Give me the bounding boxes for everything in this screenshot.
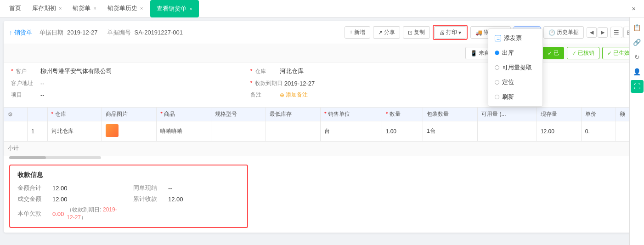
share-button[interactable]: ↗ 分享: [373, 26, 400, 39]
history-button[interactable]: 🕐 历史单据: [543, 26, 584, 39]
row-quantity: 1.00: [382, 121, 423, 142]
tab-inventory-init-close[interactable]: ×: [59, 6, 62, 11]
row-pack-qty: 1台: [423, 121, 478, 142]
print-button[interactable]: 🖨 打印 ▾: [434, 26, 466, 39]
col-sales-unit: 销售单位: [321, 108, 382, 121]
tab-inventory-init[interactable]: 库存期初 ×: [27, 0, 67, 17]
table-scrollbar-thumb[interactable]: [9, 156, 46, 159]
col-quantity: 数量: [382, 108, 423, 121]
add-invoice-icon: ☰: [495, 35, 501, 41]
dropdown-available-extract[interactable]: 可用量提取: [488, 60, 542, 75]
locate-label: 定位: [502, 78, 514, 86]
tab-sales-history-close[interactable]: ×: [140, 6, 143, 11]
table-scrollbar[interactable]: [9, 156, 101, 159]
due-date-value: 2019-12-27: [284, 80, 315, 87]
summary-same-order-label: 同单现结: [133, 184, 165, 192]
warehouse-field: * 仓库 河北仓库: [250, 67, 490, 75]
dropdown-add-invoice[interactable]: ☰ 添发票: [488, 31, 542, 46]
outbound-icon: [495, 50, 499, 57]
settings-icon[interactable]: ⚙: [8, 111, 13, 118]
col-product-img: 商品图片: [102, 108, 157, 121]
doc-meta: 单据日期 2019-12-27 单据编号 SA-20191227-001: [40, 28, 183, 37]
col-min-stock: 最低库存: [266, 108, 321, 121]
warehouse-value: 河北仓库: [280, 67, 304, 75]
tab-sales-order-close[interactable]: ×: [93, 6, 96, 11]
col-available: 可用量 (...: [478, 108, 537, 121]
dropdown-refresh[interactable]: 刷新: [488, 90, 542, 104]
summary-same-order-value: --: [168, 185, 172, 192]
summary-owed-label: 本单欠款: [17, 210, 50, 218]
sidebar-user-icon[interactable]: 👤: [631, 65, 644, 78]
operations-dropdown: ☰ 添发票 出库 可用量提取 定位 刷新: [488, 28, 543, 107]
tab-sales-history[interactable]: 销货单历史 ×: [102, 0, 148, 17]
col-warehouse: 仓库: [47, 108, 102, 121]
copy-button[interactable]: ⊡ 复制: [403, 26, 430, 39]
print-label: 打印: [446, 28, 457, 36]
col-product: 商品: [157, 108, 211, 121]
col-settings[interactable]: ⚙: [4, 108, 28, 121]
confirm-icon: ✓: [548, 50, 552, 57]
summary-deal: 成交金额 12.00: [17, 195, 124, 203]
plus-icon: ⊕: [280, 92, 284, 98]
effect-label: 已生效: [613, 49, 630, 57]
share-label: 分享: [384, 28, 395, 36]
sidebar-link-icon[interactable]: 🔗: [631, 36, 644, 49]
summary-grid: 金额合计 12.00 同单现结 -- 成交金额 12.00 累计收款 12.00…: [17, 184, 240, 222]
dropdown-outbound[interactable]: 出库: [488, 46, 542, 60]
row-min-stock: [266, 121, 321, 142]
right-sidebar: 📋 🔗 ↻ 👤 ⛶: [629, 17, 644, 236]
address-label: 客户地址: [11, 80, 39, 87]
history-icon: 🕐: [548, 29, 555, 36]
due-date-label: * 收款到期日: [250, 80, 282, 87]
col-unit-price: 单价: [581, 108, 616, 121]
print-highlight-box: 🖨 打印 ▾: [433, 25, 468, 40]
summary-total-label: 金额合计: [17, 184, 50, 192]
confirm-button[interactable]: ✓ 已: [542, 47, 564, 59]
tab-sales-history-label: 销货单历史: [107, 4, 137, 12]
tab-view-sales[interactable]: 查看销货单 ×: [150, 0, 198, 17]
available-extract-icon: [495, 64, 499, 71]
list-view-button[interactable]: ☰: [610, 27, 622, 38]
form-area: * 客户 柳州粤港平安气体有限公司 * 仓库 河北仓库 业务员 演示账号: [4, 63, 640, 107]
summary-panel: 收款信息 金额合计 12.00 同单现结 -- 成交金额 12.00 累计收款 …: [9, 165, 248, 228]
col-current-stock: 现存量: [537, 108, 581, 121]
outbound-label: 出库: [502, 49, 514, 57]
effect-icon: ✓: [607, 50, 612, 57]
sidebar-note-icon[interactable]: 📋: [631, 21, 644, 34]
sidebar-refresh-icon[interactable]: ↻: [631, 51, 644, 63]
summary-collected-label: 累计收款: [133, 195, 165, 203]
summary-total-value: 12.00: [52, 185, 68, 192]
dropdown-locate[interactable]: 定位: [488, 75, 542, 90]
available-extract-label: 可用量提取: [502, 63, 532, 72]
table-row: 1 河北仓库 嘻嘻嘻嘻 台 1.00 1台 12.00 0.: [4, 121, 640, 142]
copy-icon: ⊡: [408, 29, 412, 36]
phone-icon: 📱: [470, 50, 477, 57]
col-pack-qty: 包装数量: [423, 108, 478, 121]
tab-view-sales-close[interactable]: ×: [189, 6, 192, 11]
tab-home[interactable]: 首页: [4, 0, 27, 17]
prev-button[interactable]: ◀: [587, 27, 597, 38]
subtotal-label: 小计: [4, 142, 640, 155]
project-field: 项目 --: [11, 91, 250, 99]
row-current-stock: 12.00: [537, 121, 581, 142]
close-all-button[interactable]: ×: [627, 5, 640, 12]
print-dropdown-icon: ▾: [458, 29, 461, 36]
new-label: + 新增: [350, 28, 365, 36]
sidebar-fullscreen-icon[interactable]: ⛶: [631, 80, 644, 93]
note-field: 备注 ⊕ 添加备注: [250, 91, 490, 99]
tab-view-sales-label: 查看销货单: [157, 5, 186, 13]
sold-button[interactable]: ✓ 已核销: [567, 47, 599, 59]
tab-sales-order[interactable]: 销货单 ×: [67, 0, 102, 17]
new-button[interactable]: + 新增: [345, 26, 370, 39]
tab-inventory-init-label: 库存期初: [32, 4, 56, 12]
address-field: 客户地址 --: [11, 80, 250, 87]
add-note-button[interactable]: ⊕ 添加备注: [280, 91, 308, 99]
main-area: ↑ 销货单 单据日期 2019-12-27 单据编号 SA-20191227-0…: [4, 21, 640, 233]
history-label: 历史单据: [557, 28, 579, 36]
sold-icon: ✓: [572, 50, 576, 57]
next-button[interactable]: ▶: [598, 27, 608, 38]
summary-owed: 本单欠款 0.00 （收款到期日: 2019-12-27）: [17, 206, 124, 222]
row-warehouse: 河北仓库: [47, 121, 102, 142]
tab-sales-order-label: 销货单: [73, 4, 90, 12]
row-num: 1: [28, 121, 47, 142]
